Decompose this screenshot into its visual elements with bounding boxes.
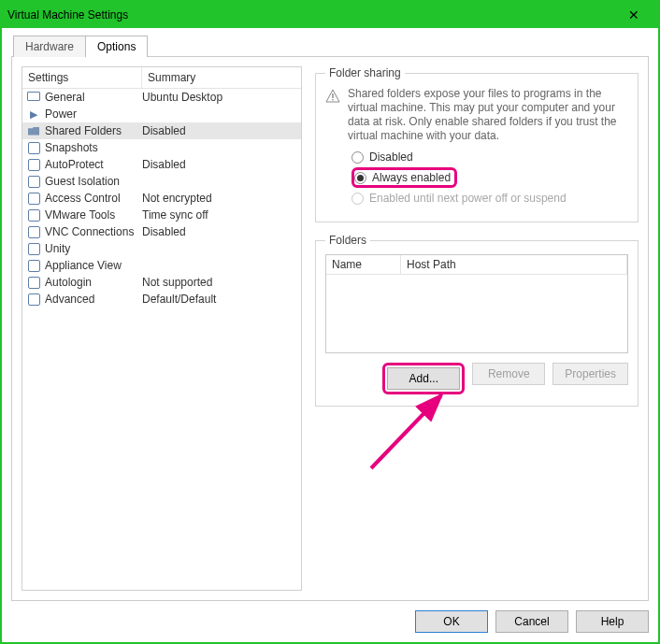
radio-icon (352, 151, 364, 164)
row-advanced[interactable]: Advanced Default/Default (22, 291, 301, 308)
cancel-button[interactable]: Cancel (495, 610, 568, 633)
radio-label: Disabled (369, 150, 413, 164)
folder-icon (26, 124, 41, 137)
help-button[interactable]: Help (576, 610, 649, 633)
folders-legend: Folders (325, 234, 370, 247)
warning-row: Shared folders expose your files to prog… (325, 87, 628, 143)
col-host-path[interactable]: Host Path (401, 255, 627, 274)
row-label: Guest Isolation (45, 175, 142, 188)
warning-text: Shared folders expose your files to prog… (348, 87, 628, 143)
row-label: Unity (45, 242, 142, 255)
close-icon[interactable]: ✕ (615, 7, 653, 22)
advanced-icon (26, 293, 41, 306)
play-icon: ▶ (26, 107, 41, 121)
highlight-always-enabled: Always enabled (352, 167, 457, 188)
row-autologin[interactable]: Autologin Not supported (22, 274, 301, 291)
tab-hardware[interactable]: Hardware (13, 36, 86, 57)
properties-button: Properties (552, 363, 628, 385)
folders-header: Name Host Path (326, 255, 627, 275)
row-summary: Default/Default (142, 293, 297, 306)
folders-table[interactable]: Name Host Path (325, 254, 628, 353)
row-access-control[interactable]: Access Control Not encrypted (22, 190, 301, 207)
appliance-icon (26, 259, 41, 272)
radio-icon (352, 193, 364, 205)
row-summary: Disabled (142, 225, 297, 238)
settings-header: Settings Summary (22, 67, 301, 89)
row-label: Shared Folders (45, 124, 142, 137)
radio-label: Enabled until next power off or suspend (369, 192, 567, 205)
row-summary: Disabled (142, 124, 297, 137)
row-vmware-tools[interactable]: VMware Tools Time sync off (22, 207, 301, 223)
row-label: Autologin (45, 276, 142, 289)
row-general[interactable]: General Ubuntu Desktop (22, 89, 301, 106)
row-label: Access Control (45, 192, 142, 205)
row-label: Snapshots (45, 141, 142, 154)
radio-list: Disabled Always enabled Enabled until ne… (352, 150, 628, 205)
group-folders: Folders Name Host Path Add... Remove Pro… (315, 234, 638, 407)
row-label: General (45, 91, 142, 104)
svg-rect-1 (332, 99, 333, 100)
row-appliance-view[interactable]: Appliance View (22, 257, 301, 274)
window-title: Virtual Machine Settings (7, 8, 615, 21)
ok-button[interactable]: OK (415, 610, 488, 633)
warning-icon (325, 89, 340, 104)
vnc-icon (26, 225, 41, 238)
right-panel: Folder sharing Shared folders expose you… (315, 66, 638, 591)
vmtools-icon (26, 208, 41, 222)
row-summary: Not encrypted (142, 192, 297, 205)
row-label: Advanced (45, 293, 142, 306)
unity-icon (26, 242, 41, 255)
shield-icon (26, 158, 41, 171)
row-unity[interactable]: Unity (22, 240, 301, 257)
folders-body (326, 275, 627, 352)
row-summary: Ubuntu Desktop (142, 91, 297, 104)
tab-options[interactable]: Options (85, 36, 148, 57)
client-area: Hardware Options Settings Summary Genera… (2, 28, 658, 642)
group-folder-sharing: Folder sharing Shared folders expose you… (315, 66, 638, 222)
radio-disabled[interactable]: Disabled (352, 150, 628, 164)
row-autoprotect[interactable]: AutoProtect Disabled (22, 156, 301, 173)
radio-until-poweroff: Enabled until next power off or suspend (352, 192, 628, 205)
dialog-buttons: OK Cancel Help (11, 601, 649, 633)
radio-label: Always enabled (372, 171, 451, 184)
row-power[interactable]: ▶ Power (22, 106, 301, 122)
radio-always-enabled[interactable]: Always enabled (352, 167, 628, 188)
lock-icon (26, 192, 41, 205)
tabstrip: Hardware Options (13, 36, 649, 57)
col-name[interactable]: Name (326, 255, 401, 274)
key-icon (26, 276, 41, 289)
folder-sharing-legend: Folder sharing (325, 66, 405, 79)
row-vnc-connections[interactable]: VNC Connections Disabled (22, 223, 301, 240)
settings-list-panel: Settings Summary General Ubuntu Desktop … (22, 66, 302, 591)
remove-button: Remove (472, 363, 545, 385)
tabpanel-options: Settings Summary General Ubuntu Desktop … (11, 56, 649, 601)
row-label: Appliance View (45, 259, 142, 272)
row-label: AutoProtect (45, 158, 142, 171)
snapshot-icon (26, 141, 41, 154)
isolation-icon (26, 175, 41, 188)
radio-icon (354, 172, 366, 184)
titlebar: Virtual Machine Settings ✕ (2, 2, 658, 28)
folders-buttons: Add... Remove Properties (325, 363, 628, 394)
svg-rect-0 (332, 93, 333, 98)
monitor-icon (26, 91, 41, 104)
col-settings: Settings (22, 67, 142, 88)
row-summary: Time sync off (142, 208, 297, 222)
settings-table: Settings Summary General Ubuntu Desktop … (22, 66, 302, 591)
row-shared-folders[interactable]: Shared Folders Disabled (22, 122, 301, 139)
row-label: VMware Tools (45, 208, 142, 222)
row-summary: Disabled (142, 158, 297, 171)
row-summary: Not supported (142, 276, 297, 289)
add-button[interactable]: Add... (387, 367, 460, 390)
col-summary: Summary (142, 67, 301, 88)
row-label: Power (45, 107, 142, 121)
row-guest-isolation[interactable]: Guest Isolation (22, 173, 301, 190)
highlight-add-button: Add... (382, 363, 465, 394)
row-snapshots[interactable]: Snapshots (22, 139, 301, 156)
row-label: VNC Connections (45, 225, 142, 238)
